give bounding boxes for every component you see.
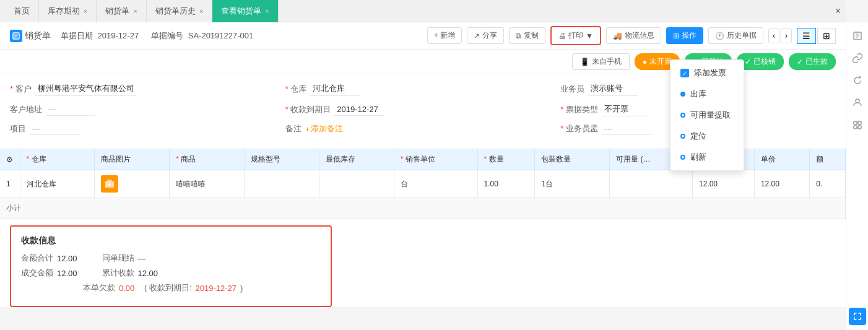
print-icon: 🖨 xyxy=(558,32,566,40)
grid-icon: ⊞ xyxy=(673,32,679,40)
doc-type-badge: 销货单 xyxy=(10,30,51,42)
row-unit[interactable]: 台 xyxy=(394,170,477,198)
warehouse-label: 仓库 xyxy=(285,84,307,95)
add-invoice-label: 添加发票 xyxy=(694,67,726,79)
row-min-stock[interactable] xyxy=(319,170,394,198)
staff-label: 业务员 xyxy=(560,84,584,95)
tab-view-sales[interactable]: 查看销货单 × xyxy=(212,0,278,22)
row-stock[interactable]: 12.00 xyxy=(692,170,754,198)
payment-row-2: 成交金额 12.00 累计收款 12.00 xyxy=(21,267,321,279)
dropdown-item-locate[interactable]: 定位 xyxy=(671,126,744,147)
row-spec[interactable] xyxy=(245,170,319,198)
tab-sales[interactable]: 销货单 × xyxy=(97,0,146,22)
sidebar-edit-icon[interactable] xyxy=(849,27,866,45)
operate-button[interactable]: ⊞ 操作 xyxy=(666,27,703,44)
effective-check-icon: ✓ xyxy=(797,58,803,66)
arrears-paren-close: ) xyxy=(240,284,243,293)
history-button[interactable]: 🕐 历史单据 xyxy=(708,27,763,44)
tab-home[interactable]: 首页 xyxy=(5,0,39,22)
cumulative-value: 12.00 xyxy=(138,269,158,278)
doc-header: 销货单 单据日期 2019-12-27 单据编号 SA-20191227-001… xyxy=(0,22,846,50)
logistics-button[interactable]: 🚚 物流信息 xyxy=(606,27,661,44)
settings-header[interactable]: ⚙ xyxy=(0,149,20,170)
ticket-type-value[interactable]: 不开票 xyxy=(602,102,651,116)
sidebar-user-icon[interactable] xyxy=(849,94,866,111)
sidebar-expand-icon[interactable] xyxy=(849,308,866,313)
effective-button[interactable]: ✓ 已生效 xyxy=(789,53,836,70)
tab-bar: 首页 库存期初 × 销货单 × 销货单历史 × 查看销货单 × × xyxy=(0,0,846,22)
new-button[interactable]: + 新增 xyxy=(427,27,462,44)
tab-sales-history[interactable]: 销货单历史 × xyxy=(147,0,212,22)
phone-icon: 📱 xyxy=(580,58,589,66)
svg-rect-5 xyxy=(107,180,112,182)
sidebar-rotate-icon[interactable] xyxy=(849,72,866,89)
view-toggle: ☰ ⊞ xyxy=(797,28,836,44)
payment-date-value[interactable]: 2019-12-27 xyxy=(334,103,384,116)
arrears-label: 本单欠款 xyxy=(83,282,115,293)
tab-inventory[interactable]: 库存期初 × xyxy=(39,0,97,22)
next-button[interactable]: › xyxy=(781,28,792,43)
dropdown-item-available-qty[interactable]: 可用量提取 xyxy=(671,105,744,126)
copy-button[interactable]: ⧉ 复制 xyxy=(509,27,545,44)
payment-row-3: 本单欠款 0.00 ( 收款到期日: 2019-12-27 ) xyxy=(21,282,321,293)
doc-date-meta: 单据日期 2019-12-27 xyxy=(61,30,141,41)
list-view-button[interactable]: ☰ xyxy=(797,28,816,44)
row-available[interactable] xyxy=(610,170,693,198)
close-tab-inventory[interactable]: × xyxy=(84,7,87,15)
product-img-header: 商品图片 xyxy=(95,149,170,170)
warehouse-header: * 仓库 xyxy=(20,149,95,170)
refresh-label: 刷新 xyxy=(690,152,706,163)
close-tab-sales-history[interactable]: × xyxy=(199,7,203,15)
dropdown-item-outbound[interactable]: 出库 xyxy=(671,84,744,105)
address-value[interactable]: — xyxy=(46,103,95,116)
svg-rect-13 xyxy=(854,121,857,124)
add-note-button[interactable]: + 添加备注 xyxy=(305,123,344,134)
row-amount[interactable]: 0. xyxy=(810,170,846,198)
warehouse-value[interactable]: 河北仓库 xyxy=(310,82,360,96)
print-outline: 🖨 打印 ▼ xyxy=(550,26,601,45)
clock-icon: 🕐 xyxy=(715,32,724,40)
sidebar-link-icon[interactable] xyxy=(849,50,866,67)
close-tab-sales[interactable]: × xyxy=(133,7,137,15)
grid-view-button[interactable]: ⊞ xyxy=(817,28,836,44)
row-index: 1 xyxy=(0,170,20,198)
share-button[interactable]: ↗ 分享 xyxy=(467,27,504,44)
row-product[interactable]: 嘻嘻嘻嘻 xyxy=(170,170,245,198)
same-order-item: 同单现结 — xyxy=(102,253,146,264)
cancelled-check-icon: ✓ xyxy=(745,58,751,66)
plus-icon: + xyxy=(305,124,310,134)
customer-value[interactable]: 柳州粤港平安气体有限公司 xyxy=(35,82,137,96)
doc-number-meta: 单据编号 SA-20191227-001 xyxy=(151,30,256,41)
dropdown-item-refresh[interactable]: 刷新 xyxy=(671,147,744,168)
row-pkg-qty[interactable]: 1台 xyxy=(535,170,610,198)
arrears-date: 2019-12-27 xyxy=(196,284,237,293)
project-value[interactable]: — xyxy=(30,123,79,135)
toolbar: + 新增 ↗ 分享 ⧉ 复制 🖨 打印 ▼ 🚚 物流信息 xyxy=(427,26,836,45)
arrears-item: 本单欠款 0.00 ( 收款到期日: 2019-12-27 ) xyxy=(83,282,243,293)
print-button[interactable]: 🖨 打印 ▼ xyxy=(552,28,599,43)
print-dropdown-icon: ▼ xyxy=(586,32,593,40)
note-field: 备注 + 添加备注 xyxy=(285,123,561,134)
row-product-img xyxy=(95,170,170,198)
row-warehouse[interactable]: 河北仓库 xyxy=(20,170,95,198)
locate-label: 定位 xyxy=(690,131,706,142)
global-close-button[interactable]: × xyxy=(835,6,841,17)
from-phone-button[interactable]: 📱 来自手机 xyxy=(572,53,630,70)
project-field: 项目 — xyxy=(10,123,285,135)
sidebar-table-icon[interactable] xyxy=(849,116,866,134)
customer-label: 客户 xyxy=(10,84,32,95)
staff-value[interactable]: 演示账号 xyxy=(588,82,638,96)
nav-arrows: ‹ › xyxy=(768,28,792,43)
row-quantity[interactable]: 1.00 xyxy=(477,170,535,198)
ticket-type-label: 票据类型 xyxy=(560,104,598,115)
dropdown-item-add-invoice[interactable]: ✓ 添加发票 xyxy=(671,63,744,84)
business-staff-value[interactable]: — xyxy=(602,123,651,135)
svg-rect-16 xyxy=(858,126,861,129)
prev-button[interactable]: ‹ xyxy=(768,28,779,43)
doc-date-value: 2019-12-27 xyxy=(98,31,139,40)
arrears-value: 0.00 xyxy=(119,284,134,293)
arrears-paren-open: ( 收款到期日: xyxy=(144,282,192,293)
row-unit-price[interactable]: 12.00 xyxy=(754,170,809,198)
close-tab-view-sales[interactable]: × xyxy=(265,7,269,15)
doc-date-label: 单据日期 xyxy=(61,31,93,40)
